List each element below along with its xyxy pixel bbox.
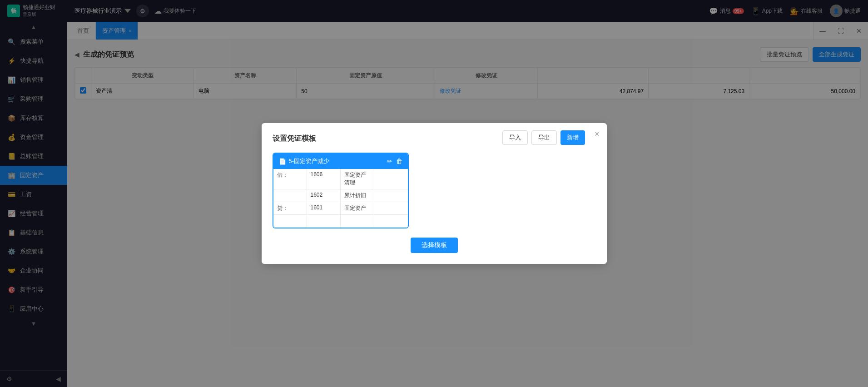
new-button[interactable]: 新增	[560, 130, 585, 145]
template-header-left: 📄 5-固定资产减少	[279, 157, 330, 165]
template-row-4	[273, 215, 408, 228]
template-cell-type-4	[273, 215, 307, 227]
template-card-body: 借： 1606 固定资产清理 1602 累计折旧 贷： 1601 固定资产	[273, 169, 408, 228]
template-cell-type-3: 贷：	[273, 202, 307, 214]
template-row-1: 借： 1606 固定资产清理	[273, 169, 408, 189]
template-cell-extra-3	[374, 202, 408, 214]
template-cell-type-1: 借：	[273, 169, 307, 189]
import-button[interactable]: 导入	[502, 130, 528, 145]
template-cell-extra-4	[374, 215, 408, 227]
dialog-toolbar: 导入 导出 新增	[502, 130, 585, 145]
template-cell-code-1: 1606	[307, 169, 341, 189]
template-cell-name-4	[341, 215, 374, 227]
template-card: 📄 5-固定资产减少 ✏ 🗑 借： 1606 固定资产清理	[273, 153, 409, 228]
select-template-button[interactable]: 选择模板	[411, 238, 458, 253]
template-delete-icon[interactable]: 🗑	[396, 158, 402, 165]
template-cell-extra-1	[374, 169, 408, 189]
template-cell-code-3: 1601	[307, 202, 341, 214]
template-cell-name-1: 固定资产清理	[341, 169, 374, 189]
template-cell-code-2: 1602	[307, 189, 341, 202]
template-edit-icon[interactable]: ✏	[387, 158, 392, 165]
template-cell-name-3: 固定资产	[341, 202, 374, 214]
template-cell-name-2: 累计折旧	[341, 189, 374, 202]
template-row-2: 1602 累计折旧	[273, 189, 408, 202]
template-cell-type-2	[273, 189, 307, 202]
template-full-label: 5-固定资产减少	[289, 157, 330, 165]
dialog: 设置凭证模板 × 导入 导出 新增 📄 5-固定资产减少 ✏ 🗑	[262, 123, 607, 264]
dialog-close-button[interactable]: ×	[595, 129, 600, 139]
template-card-header: 📄 5-固定资产减少 ✏ 🗑	[273, 154, 408, 169]
template-cell-extra-2	[374, 189, 408, 202]
template-cell-code-4	[307, 215, 341, 227]
template-header-right: ✏ 🗑	[387, 158, 402, 165]
dialog-overlay: 设置凭证模板 × 导入 导出 新增 📄 5-固定资产减少 ✏ 🗑	[0, 0, 868, 387]
template-doc-icon: 📄	[279, 158, 286, 165]
export-button[interactable]: 导出	[531, 130, 557, 145]
template-row-3: 贷： 1601 固定资产	[273, 202, 408, 215]
